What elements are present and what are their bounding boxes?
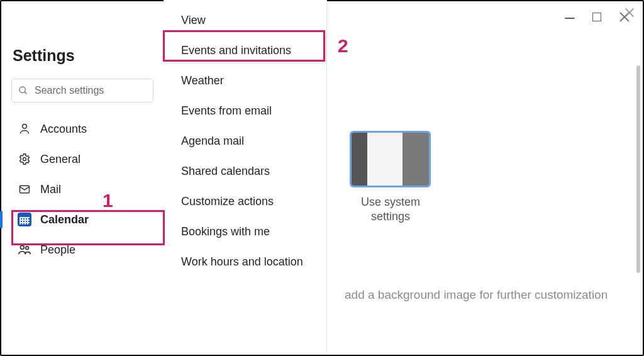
option-label: Agenda mail [181, 135, 244, 148]
search-settings-input[interactable] [11, 79, 153, 103]
option-label: View [181, 14, 206, 27]
search-field[interactable] [33, 84, 147, 97]
gear-icon [18, 152, 31, 166]
svg-point-2 [23, 125, 27, 129]
settings-title: Settings [13, 47, 153, 65]
background-hint-text: add a background image for further custo… [345, 288, 608, 302]
theme-option-label: Use system settings [356, 195, 425, 223]
svg-point-5 [20, 245, 24, 249]
maximize-button[interactable] [592, 13, 601, 21]
option-customize-actions[interactable]: Customize actions [164, 186, 326, 216]
nav-label: Accounts [40, 123, 87, 136]
option-work-hours-location[interactable]: Work hours and location [164, 247, 326, 277]
option-label: Bookings with me [181, 225, 270, 238]
close-panel-button[interactable] [625, 8, 635, 18]
option-label: Work hours and location [181, 255, 303, 269]
svg-point-0 [19, 87, 25, 92]
svg-line-1 [25, 92, 26, 94]
option-events-from-email[interactable]: Events from email [164, 96, 326, 126]
nav-label: Mail [40, 183, 61, 196]
option-shared-calendars[interactable]: Shared calendars [164, 156, 326, 186]
minimize-button[interactable] [565, 18, 575, 19]
active-indicator [0, 211, 3, 228]
option-agenda-mail[interactable]: Agenda mail [164, 126, 326, 156]
option-bookings-with-me[interactable]: Bookings with me [164, 216, 326, 247]
person-icon [18, 122, 31, 136]
option-weather[interactable]: Weather [164, 65, 326, 96]
option-label: Events from email [181, 104, 272, 118]
scrollbar[interactable] [636, 65, 640, 273]
option-label: Weather [181, 74, 224, 87]
svg-point-6 [26, 247, 29, 250]
settings-content-pane: Use system settings add a background ima… [327, 38, 641, 353]
theme-option-system[interactable] [350, 131, 431, 187]
search-icon [18, 86, 28, 96]
annotation-number-1: 1 [103, 190, 113, 211]
option-label: Customize actions [181, 195, 274, 208]
annotation-box-2 [163, 30, 325, 62]
sidebar-item-general[interactable]: General [11, 144, 153, 174]
annotation-number-2: 2 [338, 35, 348, 57]
sidebar-item-accounts[interactable]: Accounts [11, 114, 153, 144]
nav-label: General [40, 153, 80, 166]
mail-icon [18, 182, 31, 196]
annotation-box-1 [11, 210, 165, 245]
sidebar-item-mail[interactable]: Mail [11, 174, 153, 204]
option-label: Shared calendars [181, 165, 270, 178]
svg-point-3 [23, 158, 26, 161]
